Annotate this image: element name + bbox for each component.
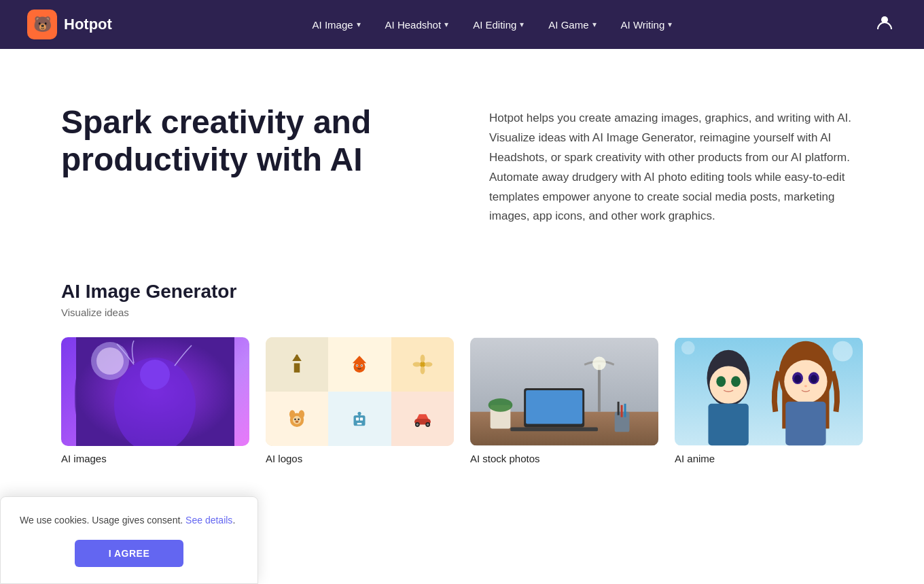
svg-point-37 — [427, 424, 429, 426]
card-ai-logos[interactable]: AI logos — [266, 337, 454, 465]
svg-point-54 — [784, 360, 827, 403]
logo[interactable]: 🐻 Hotpot — [27, 10, 112, 39]
svg-rect-29 — [360, 418, 363, 421]
hero-right: Hotpot helps you create amazing images, … — [489, 103, 863, 226]
navbar: 🐻 Hotpot AI Image ▾ AI Headshot ▾ AI Edi… — [0, 0, 924, 49]
svg-point-59 — [804, 385, 807, 388]
svg-point-16 — [420, 355, 425, 363]
chevron-down-icon: ▾ — [444, 20, 448, 29]
svg-point-19 — [424, 362, 432, 367]
svg-point-62 — [709, 366, 747, 404]
chevron-down-icon: ▾ — [357, 20, 361, 29]
logo-cell-flower — [391, 337, 454, 392]
hero-title: Spark creativity and productivity with A… — [61, 103, 435, 178]
svg-point-3 — [96, 347, 124, 375]
card-img-ai-stock — [470, 337, 658, 446]
hero-section: Spark creativity and productivity with A… — [0, 49, 924, 267]
card-label-ai-stock: AI stock photos — [470, 453, 540, 464]
logo-cell-racecar — [391, 392, 454, 446]
card-label-ai-images: AI images — [61, 453, 107, 464]
logo-cell-corgi — [266, 392, 328, 446]
hero-description: Hotpot helps you create amazing images, … — [489, 109, 863, 226]
nav-ai-image[interactable]: AI Image ▾ — [303, 14, 370, 36]
card-img-ai-logos — [266, 337, 454, 446]
svg-point-46 — [488, 398, 513, 412]
logo-cell-robot — [328, 392, 391, 446]
svg-rect-60 — [785, 402, 825, 445]
svg-rect-28 — [356, 418, 359, 421]
nav-links: AI Image ▾ AI Headshot ▾ AI Editing ▾ AI… — [303, 14, 682, 36]
svg-point-25 — [298, 419, 300, 421]
svg-point-26 — [296, 421, 299, 423]
svg-rect-49 — [621, 405, 623, 417]
svg-point-17 — [420, 366, 425, 375]
svg-point-24 — [294, 419, 296, 421]
svg-point-14 — [361, 365, 363, 366]
svg-point-23 — [299, 411, 305, 419]
svg-point-44 — [592, 357, 606, 371]
svg-rect-43 — [598, 365, 601, 412]
nav-right — [872, 10, 897, 39]
svg-point-66 — [832, 341, 853, 362]
card-ai-anime[interactable]: AI anime — [675, 337, 863, 465]
nav-ai-game[interactable]: AI Game ▾ — [539, 14, 605, 36]
chevron-down-icon: ▾ — [668, 20, 672, 29]
logo-icon: 🐻 — [27, 10, 57, 39]
image-generator-section: AI Image Generator Visualize ideas — [0, 267, 924, 492]
svg-point-58 — [811, 375, 817, 383]
section-title: AI Image Generator — [61, 281, 863, 303]
svg-rect-65 — [708, 404, 748, 445]
svg-rect-30 — [357, 423, 362, 425]
logo-cell-church — [266, 337, 328, 392]
section-subtitle: Visualize ideas — [61, 307, 863, 318]
card-ai-stock[interactable]: AI stock photos — [470, 337, 658, 465]
svg-point-22 — [289, 411, 296, 419]
svg-point-10 — [354, 361, 366, 373]
card-label-ai-anime: AI anime — [675, 453, 715, 464]
card-img-ai-images — [61, 337, 249, 446]
nav-ai-editing[interactable]: AI Editing ▾ — [463, 14, 533, 36]
svg-point-5 — [140, 360, 170, 390]
svg-point-57 — [794, 375, 801, 383]
svg-rect-48 — [618, 402, 620, 415]
svg-rect-42 — [510, 428, 598, 432]
card-ai-images[interactable]: AI images — [61, 337, 249, 465]
card-img-ai-anime — [675, 337, 863, 446]
hero-left: Spark creativity and productivity with A… — [61, 103, 435, 194]
cards-grid: AI images — [61, 337, 863, 465]
logo-text: Hotpot — [64, 16, 112, 33]
chevron-down-icon: ▾ — [520, 20, 524, 29]
chevron-down-icon: ▾ — [592, 20, 597, 29]
svg-rect-8 — [296, 356, 298, 360]
svg-point-63 — [716, 377, 726, 388]
svg-point-35 — [416, 424, 418, 426]
svg-rect-6 — [294, 364, 300, 373]
card-label-ai-logos: AI logos — [266, 453, 302, 464]
svg-point-18 — [412, 362, 421, 367]
svg-point-13 — [357, 365, 358, 366]
svg-point-64 — [731, 377, 741, 388]
svg-point-67 — [681, 341, 695, 355]
logo-cell-fox — [328, 337, 391, 392]
nav-ai-headshot[interactable]: AI Headshot ▾ — [376, 14, 459, 36]
user-account-button[interactable] — [872, 10, 897, 39]
svg-rect-41 — [526, 390, 582, 424]
svg-rect-50 — [624, 404, 626, 417]
nav-ai-writing[interactable]: AI Writing ▾ — [611, 14, 682, 36]
